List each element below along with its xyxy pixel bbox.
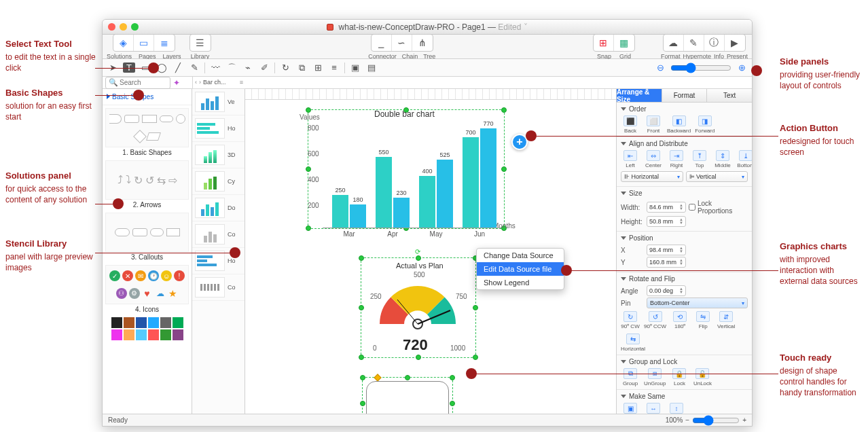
library-item[interactable]: Cy xyxy=(192,168,245,195)
rotate-180-button[interactable]: ⟲180º xyxy=(670,311,689,329)
menu-item[interactable]: Show Legend xyxy=(477,276,564,289)
bar[interactable] xyxy=(350,204,366,228)
arc-tool[interactable]: ⌒ xyxy=(225,62,238,74)
zoom-in-icon[interactable]: + xyxy=(742,416,746,424)
flip-h-button[interactable]: ⇆Horizontal xyxy=(621,334,645,352)
menu-item[interactable]: Change Data Source xyxy=(477,249,564,262)
y-input[interactable]: 160.8 mm▲▼ xyxy=(647,257,686,268)
info-button[interactable]: ⓘ xyxy=(704,35,725,51)
x-input[interactable]: 98.4 mm▲▼ xyxy=(647,245,686,255)
curve-tool[interactable]: 〰 xyxy=(209,62,221,73)
align-bottom-button[interactable]: ⤓Bottom xyxy=(736,150,752,168)
freehand-tool[interactable]: ✐ xyxy=(258,62,270,73)
same-size-button[interactable]: ▣Size xyxy=(621,403,640,414)
library-item[interactable]: Co xyxy=(192,274,245,301)
flip-button[interactable]: ⇋Flip xyxy=(693,311,712,329)
stroke-tool[interactable]: ▤ xyxy=(365,62,378,73)
align-middle-button[interactable]: ⇕Middle xyxy=(713,150,732,168)
library-item[interactable]: Co xyxy=(192,221,245,248)
chain-button[interactable]: ∽ xyxy=(392,35,412,51)
same-width-button[interactable]: ↔Width xyxy=(644,403,663,414)
bar[interactable] xyxy=(463,137,479,228)
bar[interactable] xyxy=(419,176,435,228)
unlock-button[interactable]: 🔓UnLock xyxy=(693,368,712,386)
solution-item[interactable]: 3. Callouts xyxy=(103,210,192,262)
hypernote-button[interactable]: ✎ xyxy=(684,35,704,51)
tree-button[interactable]: ⋔ xyxy=(412,35,433,51)
group-button[interactable]: ⧉Group xyxy=(621,368,640,386)
wand-icon[interactable]: ✦ xyxy=(173,78,180,88)
fill-tool[interactable]: ▣ xyxy=(349,62,361,73)
bar[interactable] xyxy=(332,195,348,228)
rotate-tool[interactable]: ↻ xyxy=(279,62,291,73)
search-input[interactable]: 🔍 xyxy=(105,77,170,89)
gauge-chart[interactable] xyxy=(370,270,465,344)
format-button[interactable]: ☁ xyxy=(664,35,684,51)
context-menu[interactable]: Change Data Source Edit Data Source file… xyxy=(476,248,564,290)
library-item[interactable]: Ho xyxy=(192,115,245,142)
angle-input[interactable]: 0.00 deg▲▼ xyxy=(647,285,686,296)
lock-button[interactable]: 🔒Lock xyxy=(670,368,689,386)
line-tool[interactable]: ╱ xyxy=(172,62,184,73)
lib-tab-label[interactable]: Bar ch... xyxy=(203,79,238,86)
solution-swatches[interactable] xyxy=(103,314,192,342)
lib-next-icon[interactable]: › xyxy=(199,79,201,86)
solutions-button[interactable]: ◈ xyxy=(113,35,134,51)
lib-menu-icon[interactable]: ≡ xyxy=(240,79,243,86)
titlebar[interactable]: what-is-new-ConceptDraw-PRO - Page1 — Ed… xyxy=(103,20,752,35)
same-height-button[interactable]: ↕Height xyxy=(667,403,686,414)
lib-prev-icon[interactable]: ‹ xyxy=(195,79,197,86)
rotate-cw-button[interactable]: ↻90º CW xyxy=(621,311,640,329)
pen-tool[interactable]: ✎ xyxy=(188,62,200,73)
tab-format[interactable]: Format xyxy=(662,89,708,102)
width-input[interactable]: 84.6 mm▲▼ xyxy=(647,202,686,213)
present-button[interactable]: ▶ xyxy=(725,35,745,51)
flip-v-button[interactable]: ⇵Vertical xyxy=(717,311,736,329)
align-right-button[interactable]: ⇥Right xyxy=(667,150,686,168)
layers-button[interactable]: ≣ xyxy=(154,35,175,51)
group-tool[interactable]: ⊞ xyxy=(312,62,324,73)
zoom-out-icon[interactable]: − xyxy=(685,416,689,424)
snap-button[interactable]: ⊞ xyxy=(594,35,614,51)
rounded-rect-shape[interactable] xyxy=(366,381,449,414)
zoom-out-button[interactable]: ⊖ xyxy=(654,62,666,73)
order-front-button[interactable]: ⬜Front xyxy=(644,115,663,134)
zoom-slider-footer[interactable] xyxy=(692,415,740,426)
connector-button[interactable]: ⎯ xyxy=(372,35,392,51)
canvas-area[interactable]: Double bar chart Values Months 200 400 6… xyxy=(245,89,616,414)
tab-text[interactable]: Text xyxy=(707,89,752,102)
grid-button[interactable]: ▦ xyxy=(614,35,634,51)
order-back-button[interactable]: ⬛Back xyxy=(621,115,640,134)
library-item[interactable]: 3D xyxy=(192,142,245,168)
pin-select[interactable]: Bottom-Center▾ xyxy=(647,298,748,308)
bar[interactable] xyxy=(480,128,496,228)
menu-item[interactable]: Edit Data Source file xyxy=(477,262,564,276)
library-item[interactable]: Ve xyxy=(192,89,245,115)
library-button[interactable]: ☰ xyxy=(190,35,211,51)
bar[interactable] xyxy=(437,160,453,228)
zoom-slider[interactable] xyxy=(670,62,731,73)
align-top-button[interactable]: ⤒Top xyxy=(690,150,709,168)
pages-button[interactable]: ▭ xyxy=(134,35,154,51)
solution-item[interactable]: ✓ ✕ ✉ 🕐 ☺ ! ⚇ ⚙ ♥ ☁ ★ 4. Icons xyxy=(103,262,192,314)
distribute-v-select[interactable]: ⊫ Vertical▾ xyxy=(686,171,748,182)
order-backward-button[interactable]: ◧Backward xyxy=(667,115,691,134)
solutions-header[interactable]: Basic Shapes xyxy=(103,89,192,105)
rotate-ccw-button[interactable]: ↺90º CCW xyxy=(644,311,666,329)
bar[interactable] xyxy=(376,157,392,228)
polyline-tool[interactable]: ⌁ xyxy=(242,62,254,73)
crop-tool[interactable]: ⧉ xyxy=(295,62,308,73)
solution-item[interactable]: 1. Basic Shapes xyxy=(103,105,192,158)
tab-arrange[interactable]: Arrange & Size xyxy=(617,89,662,102)
align-left-button[interactable]: ⇤Left xyxy=(621,150,640,168)
align-tool[interactable]: ≡ xyxy=(328,62,340,73)
align-center-button[interactable]: ⇔Center xyxy=(644,150,663,168)
ungroup-button[interactable]: ⧈UnGroup xyxy=(644,368,666,386)
bar[interactable] xyxy=(393,198,410,228)
lock-proportions-checkbox[interactable]: Lock Proportions xyxy=(689,200,712,215)
height-input[interactable]: 50.8 mm▲▼ xyxy=(647,216,686,227)
distribute-h-select[interactable]: ⊪ Horizontal▾ xyxy=(621,171,683,182)
zoom-in-button[interactable]: ⊕ xyxy=(736,62,748,73)
library-item[interactable]: Do xyxy=(192,195,245,221)
order-forward-button[interactable]: ◨Forward xyxy=(695,115,715,134)
